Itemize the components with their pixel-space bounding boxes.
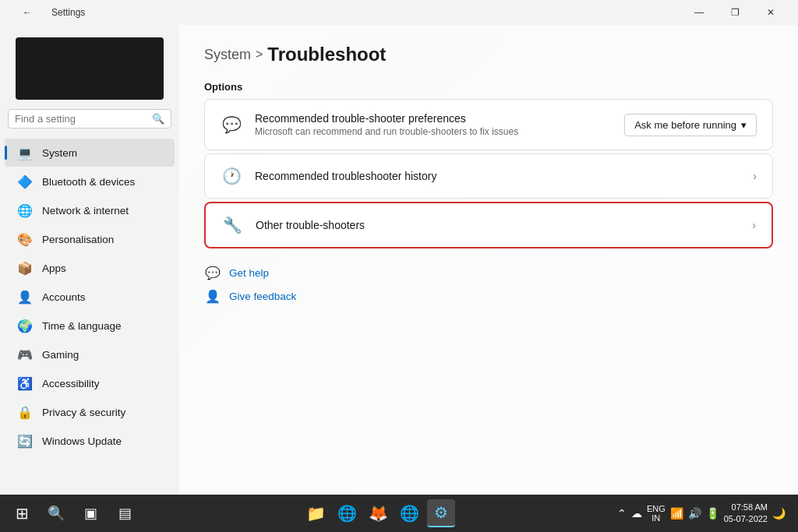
privacy-icon: 🔒	[17, 404, 33, 420]
sidebar-item-label: Accounts	[42, 291, 86, 303]
clock[interactable]: 07:58 AM 05-07-2022	[724, 502, 768, 526]
give-feedback-icon: 👤	[204, 287, 221, 305]
give-feedback-label: Give feedback	[229, 291, 296, 302]
bluetooth-icon: 🔷	[17, 174, 33, 189]
personalise-icon: 🎨	[17, 231, 33, 247]
sidebar-item-label: Windows Update	[42, 435, 122, 447]
sidebar-item-label: Network & internet	[42, 205, 129, 217]
taskbar-center: 📁 🌐 🦊 🌐 ⚙	[140, 499, 617, 527]
other-troubleshooters-title: Other trouble-shooters	[256, 219, 740, 231]
battery-icon: 🔋	[706, 507, 719, 520]
ask-before-running-dropdown[interactable]: Ask me before running ▾	[624, 114, 757, 136]
sidebar-item-label: Privacy & security	[42, 407, 125, 418]
main-content: System > Troubleshoot Options 💬 Recommen…	[179, 25, 798, 495]
other-troubleshooters-text: Other trouble-shooters	[256, 219, 740, 231]
sidebar-item-label: Gaming	[42, 349, 79, 361]
sidebar-item-accounts[interactable]: 👤 Accounts	[5, 283, 175, 311]
recommended-prefs-title: Recommended trouble-shooter preferences	[255, 112, 612, 125]
give-feedback-link[interactable]: 👤 Give feedback	[204, 287, 773, 305]
taskbar-right: ⌃ ☁ ENGIN 📶 🔊 🔋 07:58 AM 05-07-2022 🌙	[617, 502, 792, 526]
start-button[interactable]: ⊞	[6, 498, 37, 529]
windows-icon: ⊞	[16, 504, 29, 523]
search-icon: 🔍	[152, 113, 164, 125]
recommended-history-text: Recommended troubleshooter history	[255, 170, 740, 182]
other-troubleshooters-card: 🔧 Other trouble-shooters ›	[204, 202, 773, 248]
recommended-prefs-card: 💬 Recommended trouble-shooter preference…	[204, 99, 773, 150]
chevron-right-icon-2: ›	[752, 219, 756, 231]
close-button[interactable]: ✕	[753, 0, 789, 25]
avatar	[16, 37, 164, 100]
sidebar-item-time[interactable]: 🌍 Time & language	[5, 312, 175, 340]
dropdown-chevron-icon: ▾	[741, 119, 747, 131]
sidebar-item-system[interactable]: 💻 System	[5, 139, 175, 167]
sidebar-item-privacy[interactable]: 🔒 Privacy & security	[5, 398, 175, 426]
task-view-icon: ▣	[84, 505, 97, 522]
date-display: 05-07-2022	[724, 513, 768, 525]
sidebar-item-network[interactable]: 🌐 Network & internet	[5, 196, 175, 224]
recommended-prefs-action: Ask me before running ▾	[624, 114, 757, 136]
gaming-icon: 🎮	[17, 347, 33, 362]
restore-button[interactable]: ❐	[717, 0, 753, 25]
get-help-link[interactable]: 💬 Get help	[204, 264, 773, 281]
recommended-prefs-text: Recommended trouble-shooter preferences …	[255, 112, 612, 137]
task-view-button[interactable]: ▣	[75, 498, 106, 529]
edge-button[interactable]: 🌐	[334, 499, 362, 527]
sidebar-item-accessibility[interactable]: ♿ Accessibility	[5, 369, 175, 397]
language-indicator[interactable]: ENGIN	[647, 504, 666, 523]
widgets-icon: ▤	[118, 505, 132, 522]
chevron-right-icon: ›	[753, 170, 757, 182]
time-display: 07:58 AM	[724, 502, 768, 513]
time-icon: 🌍	[17, 318, 33, 333]
sidebar-item-label: Personalisation	[42, 234, 114, 245]
back-button[interactable]: ←	[9, 0, 45, 25]
recommended-prefs-subtitle: Microsoft can recommend and run trouble-…	[255, 126, 612, 137]
sidebar-item-personalisation[interactable]: 🎨 Personalisation	[5, 225, 175, 253]
file-explorer-button[interactable]: 📁	[302, 499, 330, 527]
options-label: Options	[204, 81, 773, 93]
breadcrumb-separator: >	[256, 48, 263, 62]
other-troubleshooters-row[interactable]: 🔧 Other trouble-shooters ›	[206, 203, 772, 247]
get-help-label: Get help	[229, 267, 269, 279]
search-box[interactable]: 🔍	[8, 109, 171, 129]
chat-icon: 💬	[221, 115, 242, 134]
chevron-up-icon[interactable]: ⌃	[617, 507, 627, 520]
sidebar-item-update[interactable]: 🔄 Windows Update	[5, 427, 175, 455]
sidebar-item-label: Time & language	[42, 320, 122, 332]
recommended-prefs-row[interactable]: 💬 Recommended trouble-shooter preference…	[205, 100, 772, 150]
search-taskbar-button[interactable]: 🔍	[41, 498, 72, 529]
cloud-icon: ☁	[631, 507, 642, 520]
minimize-button[interactable]: —	[681, 0, 717, 25]
update-icon: 🔄	[17, 433, 33, 449]
recommended-history-row[interactable]: 🕐 Recommended troubleshooter history ›	[205, 154, 772, 198]
links-section: 💬 Get help 👤 Give feedback	[204, 264, 773, 305]
sidebar-item-label: Apps	[42, 262, 66, 274]
system-icon: 💻	[17, 145, 33, 160]
taskbar: ⊞ 🔍 ▣ ▤ 📁 🌐 🦊 🌐 ⚙ ⌃ ☁ ENGIN 📶	[0, 495, 798, 532]
widgets-button[interactable]: ▤	[109, 498, 140, 529]
sidebar-item-label: System	[42, 147, 77, 159]
taskbar-left: ⊞ 🔍 ▣ ▤	[6, 498, 140, 529]
sidebar-item-label: Bluetooth & devices	[42, 176, 135, 188]
breadcrumb-current: Troubleshoot	[267, 44, 386, 65]
get-help-icon: 💬	[204, 264, 221, 281]
titlebar: ← Settings — ❐ ✕	[0, 0, 798, 25]
firefox-button[interactable]: 🦊	[365, 499, 393, 527]
search-taskbar-icon: 🔍	[48, 505, 65, 522]
recommended-history-card: 🕐 Recommended troubleshooter history ›	[204, 153, 773, 199]
settings-taskbar-button[interactable]: ⚙	[427, 499, 455, 527]
sidebar-item-apps[interactable]: 📦 Apps	[5, 254, 175, 282]
chrome-button[interactable]: 🌐	[396, 499, 424, 527]
volume-icon[interactable]: 🔊	[688, 507, 701, 520]
file-explorer-icon: 📁	[306, 504, 326, 523]
titlebar-title: Settings	[51, 7, 85, 18]
notification-icon[interactable]: 🌙	[772, 507, 786, 520]
sidebar-item-bluetooth[interactable]: 🔷 Bluetooth & devices	[5, 167, 175, 196]
accessibility-icon: ♿	[17, 375, 33, 391]
sidebar-item-gaming[interactable]: 🎮 Gaming	[5, 340, 175, 368]
breadcrumb-parent: System	[204, 47, 251, 63]
breadcrumb: System > Troubleshoot	[204, 44, 773, 65]
search-input[interactable]	[15, 113, 152, 125]
chrome-icon: 🌐	[400, 504, 419, 523]
sidebar: 🔍 💻 System 🔷 Bluetooth & devices 🌐 Netwo…	[0, 25, 179, 495]
wifi-icon: 📶	[670, 507, 683, 520]
